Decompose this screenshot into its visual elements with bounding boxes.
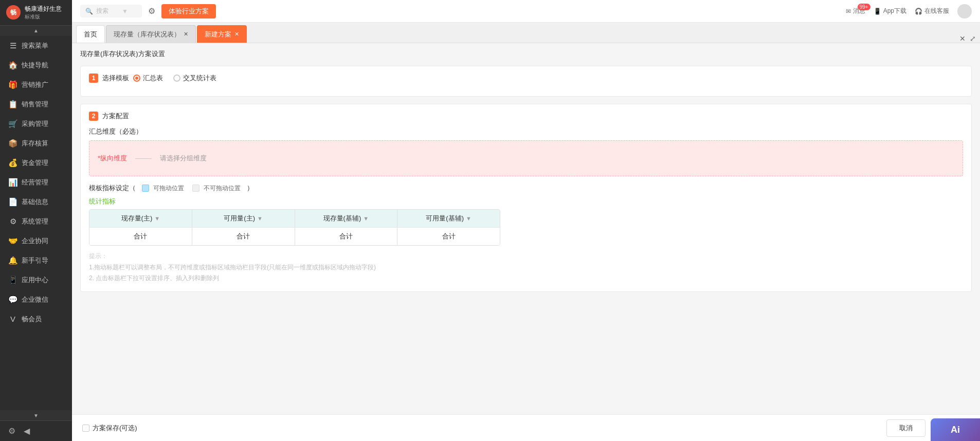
stats-col-3: 可用量(基辅) ▼ [397,210,500,227]
sidebar-item-label: 销售管理 [22,100,48,109]
col-1-chevron[interactable]: ▼ [257,215,263,222]
sidebar-item-quick-nav[interactable]: 🏠 快捷导航 [0,56,72,75]
sidebar-logo: 畅 畅康通好生意 标准版 [0,0,72,26]
ai-badge[interactable]: Ai [931,418,980,441]
message-icon: ✉ [846,8,851,15]
indicator-section: 模板指标设定（ 可拖动位置 不可拖动位置 ） 统计指标 [89,183,963,284]
radio-summary-label: 汇总表 [143,74,163,83]
tab-home-label: 首页 [84,30,97,39]
sidebar-item-search-menu[interactable]: ☰ 搜索菜单 [0,36,72,56]
bell-icon: 🔔 [8,256,17,265]
draggable-label: 可拖动位置 [153,184,184,193]
wechat-icon: 💬 [8,295,17,304]
sidebar-item-operation[interactable]: 📊 经营管理 [0,173,72,192]
search-box[interactable]: 🔍 搜索 ▼ [80,5,142,17]
ai-badge-label: Ai [951,425,960,435]
indicator-label-text: 模板指标设定（ [89,183,136,193]
sidebar-item-label: 经营管理 [22,178,48,187]
sidebar-item-label: 营销推广 [22,80,48,89]
content-area: 现存量(库存状况表)方案设置 1 选择模板 汇总表 交叉统计表 [72,43,980,414]
radio-cross[interactable]: 交叉统计表 [173,74,216,83]
tab-inventory-status[interactable]: 现存量（库存状况表） ✕ [106,25,196,43]
stats-cell-1: 合计 [192,228,295,245]
message-badge[interactable]: ✉ 消息 99+ [846,7,865,15]
vip-icon: V [8,315,17,323]
sidebar-item-enterprise[interactable]: 🤝 企业协同 [0,231,72,251]
settings-icon[interactable]: ⚙ [8,426,15,436]
stats-table: 现存量(主) ▼ 可用量(主) ▼ 现存量(基辅) ▼ 可用量(基辅) [89,209,500,246]
radio-cross-label: 交叉统计表 [183,74,216,83]
stats-col-2: 现存量(基辅) ▼ [295,210,398,227]
box-icon: 📦 [8,139,17,148]
tab-expand-icon[interactable]: ⤢ [970,34,976,43]
tips-item-0: 1.拖动标题栏可以调整布局，不可跨维度或指标区域拖动栏目字段(只能在同一维度或指… [89,262,963,273]
sidebar-item-enterprise-wechat[interactable]: 💬 企业微信 [0,290,72,309]
mobile-icon: 📱 [8,275,17,285]
tab-inventory-close-icon[interactable]: ✕ [184,31,188,38]
summary-dimension-label: 汇总维度（必选） [89,127,963,136]
sidebar-nav: ☰ 搜索菜单 🏠 快捷导航 🎁 营销推广 📋 销售管理 🛒 采购管理 📦 库存核… [0,36,72,410]
handshake-icon: 🤝 [8,236,17,246]
sidebar-scroll-down[interactable]: ▼ [0,410,72,420]
save-checkbox[interactable] [82,425,89,432]
app-download-link[interactable]: 📱 App下载 [874,7,906,15]
radio-summary-dot [133,75,140,82]
col-2-chevron[interactable]: ▼ [363,215,369,222]
sidebar-item-purchase[interactable]: 🛒 采购管理 [0,114,72,134]
save-option[interactable]: 方案保存(可选) [82,424,137,433]
sidebar-item-label: 采购管理 [22,119,48,128]
sidebar-item-system[interactable]: ⚙ 系统管理 [0,212,72,231]
step2-section: 2 方案配置 汇总维度（必选） *纵向维度 —— 请选择分组维度 模板指标设定（ [80,104,972,292]
step2-badge: 2 [89,112,98,121]
draggable-legend-box [142,185,149,192]
volume-icon[interactable]: ◀ [24,426,30,436]
tab-bar: 首页 现存量（库存状况表） ✕ 新建方案 ✕ ✕ ⤢ [72,23,980,43]
tab-inventory-label: 现存量（库存状况表） [114,30,180,39]
fixed-legend-box [192,185,199,192]
sidebar-item-label: 快捷导航 [22,61,48,70]
search-menu-icon: ☰ [8,41,17,50]
gear-settings-icon[interactable]: ⚙ [148,6,155,16]
sidebar-item-finance[interactable]: 💰 资金管理 [0,153,72,173]
industry-solution-button[interactable]: 体验行业方案 [161,4,216,19]
radio-summary[interactable]: 汇总表 [133,74,163,83]
stats-col-1: 可用量(主) ▼ [192,210,295,227]
sidebar-item-label: 搜索菜单 [22,41,48,50]
col-0-chevron[interactable]: ▼ [154,215,160,222]
indicator-legend: 可拖动位置 不可拖动位置 [142,184,241,193]
tab-home[interactable]: 首页 [76,25,105,43]
sidebar-item-marketing[interactable]: 🎁 营销推广 [0,75,72,95]
headset-icon: 🎧 [915,8,922,15]
home-icon: 🏠 [8,61,17,70]
stats-col-2-label: 现存量(基辅) [323,214,361,223]
dimension-box[interactable]: *纵向维度 —— 请选择分组维度 [89,140,963,176]
stats-table-header: 现存量(主) ▼ 可用量(主) ▼ 现存量(基辅) ▼ 可用量(基辅) [89,210,500,227]
indicator-suffix: ） [247,183,253,193]
sidebar-item-label: 畅会员 [22,315,42,324]
sidebar-item-vip[interactable]: V 畅会员 [0,309,72,329]
legend-fixed: 不可拖动位置 [192,184,241,193]
tab-close-icon[interactable]: ✕ [959,34,966,43]
sidebar-item-new-guide[interactable]: 🔔 新手引导 [0,251,72,270]
sidebar-item-label: 新手引导 [22,256,48,265]
tab-new-plan[interactable]: 新建方案 ✕ [197,25,247,43]
bottom-bar: 方案保存(可选) 取消 查询 [72,414,980,441]
user-avatar[interactable] [957,4,972,19]
sidebar-item-inventory[interactable]: 📦 库存核算 [0,134,72,153]
sidebar-item-label: 系统管理 [22,217,48,226]
step1-section: 1 选择模板 汇总表 交叉统计表 [80,66,972,97]
dimension-placeholder: 请选择分组维度 [160,154,207,163]
cancel-button[interactable]: 取消 [886,419,925,437]
stats-col-3-label: 可用量(基辅) [426,214,464,223]
sidebar-scroll-up[interactable]: ▲ [0,26,72,36]
sidebar-item-basic-info[interactable]: 📄 基础信息 [0,192,72,212]
stats-col-0-label: 现存量(主) [121,214,153,223]
sidebar-item-label: 企业微信 [22,295,48,304]
online-service-link[interactable]: 🎧 在线客服 [915,7,949,15]
col-3-chevron[interactable]: ▼ [466,215,471,222]
sidebar-item-app-center[interactable]: 📱 应用中心 [0,270,72,290]
sidebar-item-label: 库存核算 [22,139,48,148]
tab-new-plan-close-icon[interactable]: ✕ [234,31,239,38]
sidebar-item-sales[interactable]: 📋 销售管理 [0,95,72,114]
tips-title: 提示： [89,252,107,260]
